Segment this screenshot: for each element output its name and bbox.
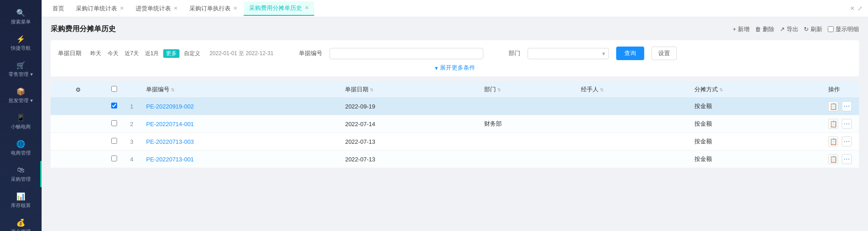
td-settings-1 [51,98,106,115]
filter-row-1: 单据日期 昨天 今天 近7天 近1月 更多 自定义 2022-01-01 至 2… [58,47,852,60]
sidebar-icon-finance: 💰 [16,218,25,227]
td-doc-no-2: PE-20220714-001 [141,115,340,133]
page-title: 采购费用分摊单历史 [51,24,116,34]
today-btn[interactable]: 今天 [106,49,120,58]
refresh-button[interactable]: ↻ 刷新 [804,25,822,33]
td-split-method-2: 按金额 [689,115,823,133]
doc-no-link-2[interactable]: PE-20220714-001 [146,121,194,127]
td-check-1 [106,98,123,115]
th-split-method[interactable]: 分摊方式⇅ [689,82,823,98]
tab-inbound-stats[interactable]: 进货单统计表✕ [130,1,183,16]
more-icon-4[interactable]: ⋯ [842,154,852,164]
th-doc-no[interactable]: 单据编号⇅ [141,82,340,98]
sidebar-label-miniapp: 小畅电商 [11,123,31,130]
td-doc-date-1: 2022-09-19 [340,98,478,115]
sidebar-item-finance[interactable]: 💰 资金管理 [0,213,42,231]
export-button[interactable]: ↗ 导出 [780,25,798,33]
tab-home[interactable]: 首页 [47,1,70,16]
dept-select[interactable]: 财务部 [528,48,609,59]
sidebar-label-finance: 资金管理 [11,228,31,231]
row-checkbox-1[interactable] [111,103,117,108]
sidebar-item-inventory[interactable]: 📊 库存核算 [0,187,42,213]
doc-no-link-4[interactable]: PE-20220713-001 [146,156,194,163]
td-doc-date-2: 2022-07-14 [340,115,478,133]
dept-label: 部门 [509,49,520,57]
tab-purchase-order-exec[interactable]: 采购订单执行表✕ [184,1,243,16]
view-icon-2[interactable]: 📋 [828,119,838,129]
tab-bar-right: ✕ ⤢ [850,5,863,12]
view-icon-3[interactable]: 📋 [828,137,838,146]
expand-more-btn[interactable]: ▾ 展开更多条件 [58,64,852,72]
sidebar-item-miniapp[interactable]: 📱 小畅电商 [0,108,42,135]
td-ops-4: 📋 ⋯ [823,151,859,168]
sidebar-label-ecom: 电商管理 [11,150,31,156]
tab-close-inbound-stats[interactable]: ✕ [174,5,178,11]
refresh-icon: ↻ [804,26,809,33]
td-handler-1 [576,98,689,115]
doc-no-input[interactable] [330,48,483,59]
th-handler[interactable]: 经手人⇅ [576,82,689,98]
tab-close-purchase-order-stats[interactable]: ✕ [120,5,124,11]
td-ops-3: 📋 ⋯ [823,133,859,151]
row-checkbox-2[interactable] [111,120,117,126]
show-cols-toggle[interactable]: 显示明细 [828,25,859,33]
more-icon-1[interactable]: ⋯ [842,101,852,111]
sidebar-label-search: 搜索菜单 [11,19,31,25]
tab-label-purchase-cost-history: 采购费用分摊单历史 [249,4,302,12]
doc-no-link-1[interactable]: PE-20220919-002 [146,103,194,110]
sidebar-icon-quick: ⚡ [16,34,25,43]
th-doc-date[interactable]: 单据日期⇅ [340,82,478,98]
row-checkbox-3[interactable] [111,138,117,144]
more-icon-2[interactable]: ⋯ [842,119,852,129]
more-icon-3[interactable]: ⋯ [842,137,852,146]
doc-no-link-3[interactable]: PE-20220713-003 [146,138,194,145]
select-all-checkbox[interactable] [111,86,117,92]
sidebar-item-search[interactable]: 🔍 搜索菜单 [0,4,42,30]
th-ops: 操作 [823,82,859,98]
sidebar-item-retail[interactable]: 🛒 零售管理 ▾ [0,56,42,82]
sidebar-label-quick: 快捷导航 [11,45,31,52]
close-window-icon[interactable]: ✕ [850,5,855,12]
more-btn[interactable]: 更多 [163,49,179,58]
show-cols-checkbox[interactable] [828,26,834,32]
sidebar-item-ecom[interactable]: 🌐 电商管理 [0,135,42,161]
row-checkbox-4[interactable] [111,156,117,161]
td-no-1: 1 [123,98,141,115]
tab-purchase-order-stats[interactable]: 采购订单统计表✕ [71,1,129,16]
tab-label-home: 首页 [52,5,64,13]
sidebar-label-retail: 零售管理 ▾ [9,71,33,78]
add-button[interactable]: + 新增 [733,25,750,33]
expand-window-icon[interactable]: ⤢ [858,5,863,12]
filter-settings-button[interactable]: 设置 [651,47,677,60]
th-dept[interactable]: 部门⇅ [479,82,576,98]
sidebar-item-wholesale[interactable]: 📦 批发管理 ▾ [0,82,42,108]
td-split-method-1: 按金额 [689,98,823,115]
td-settings-4 [51,151,106,168]
tab-close-purchase-order-exec[interactable]: ✕ [233,5,237,11]
custom-btn[interactable]: 自定义 [182,49,202,58]
sidebar-icon-retail: 🛒 [16,61,25,70]
sidebar-icon-purchase: 🛍 [16,165,25,174]
delete-icon: 🗑 [755,26,761,33]
last1month-btn[interactable]: 近1月 [143,49,161,58]
delete-button[interactable]: 🗑 删除 [755,25,774,33]
td-ops-2: 📋 ⋯ [823,115,859,133]
last7days-btn[interactable]: 近7天 [123,49,141,58]
view-icon-1[interactable]: 📋 [828,101,838,111]
td-dept-3 [479,133,576,151]
td-doc-date-3: 2022-07-13 [340,133,478,151]
tab-purchase-cost-history[interactable]: 采购费用分摊单历史✕ [244,1,314,16]
sidebar-item-purchase[interactable]: 🛍 采购管理 [0,161,42,187]
sidebar-item-quick[interactable]: ⚡ 快捷导航 [0,30,42,56]
td-handler-2 [576,115,689,133]
tab-close-purchase-cost-history[interactable]: ✕ [305,5,309,11]
query-button[interactable]: 查询 [616,47,644,60]
view-icon-4[interactable]: 📋 [828,154,838,164]
table-row: 3 PE-20220713-003 2022-07-13 按金额 📋 ⋯ [51,133,859,151]
td-doc-no-3: PE-20220713-003 [141,133,340,151]
tab-label-purchase-order-exec: 采购订单执行表 [189,5,231,13]
th-settings[interactable]: ⚙ [51,82,106,98]
filter-area: 单据日期 昨天 今天 近7天 近1月 更多 自定义 2022-01-01 至 2… [51,40,859,76]
yesterday-btn[interactable]: 昨天 [89,49,103,58]
td-check-4 [106,151,123,168]
